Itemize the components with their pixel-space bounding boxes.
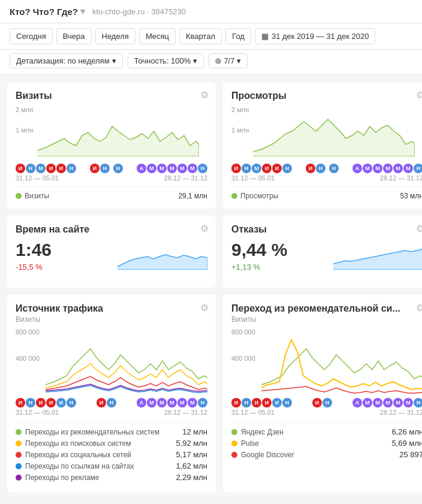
- filter-label: 7/7: [224, 56, 234, 65]
- ref-dot4[interactable]: И: [262, 398, 272, 408]
- pageviews-y-top: 2 млн: [231, 106, 249, 113]
- referral-title: Переход из рекомендательной си...: [231, 303, 422, 314]
- dot-m5[interactable]: М: [177, 164, 187, 173]
- ts-dot5[interactable]: И: [56, 398, 66, 408]
- pv-dot-m4[interactable]: М: [383, 164, 393, 173]
- ts-dot3[interactable]: И: [36, 398, 46, 408]
- ref-dot3[interactable]: И: [252, 398, 261, 408]
- tl-label-1: Переходы из поисковых систем: [25, 439, 131, 448]
- pv-dot-h3[interactable]: Н: [316, 164, 325, 173]
- period-yesterday[interactable]: Вчера: [56, 28, 92, 44]
- ts-dot4[interactable]: И: [46, 398, 56, 408]
- ts-dot13[interactable]: М: [177, 398, 187, 408]
- referral-legend-1: Pulse 5,69 млн: [231, 439, 422, 448]
- referral-legend-list: Яндекс Дзен 6,26 млн Pulse 5,69 млн Goog…: [231, 422, 422, 459]
- pv-dot-i2[interactable]: И: [262, 164, 272, 173]
- referral-gear-icon[interactable]: ⚙: [416, 302, 422, 313]
- tl-dot-4: [16, 475, 22, 481]
- dot-i1[interactable]: И: [16, 164, 25, 173]
- ref-dot12[interactable]: М: [383, 398, 393, 408]
- pv-dot-m3[interactable]: М: [373, 164, 382, 173]
- ref-dot9[interactable]: А: [352, 398, 362, 408]
- ref-dot6[interactable]: Н: [282, 398, 292, 408]
- pv-dot-m5[interactable]: М: [393, 164, 403, 173]
- ref-dot1[interactable]: И: [231, 398, 241, 408]
- ts-dot11[interactable]: М: [157, 398, 167, 408]
- pageviews-y-mid: 1 млн: [231, 126, 249, 134]
- ts-dot1[interactable]: И: [16, 398, 25, 408]
- ts-dot12[interactable]: М: [167, 398, 177, 408]
- ref-dot14[interactable]: М: [403, 398, 413, 408]
- visits-gear-icon[interactable]: ⚙: [200, 89, 209, 101]
- pv-dot-m2[interactable]: М: [363, 164, 372, 173]
- pv-dot-m1[interactable]: М: [252, 164, 261, 173]
- period-quarter[interactable]: Квартал: [179, 28, 222, 44]
- bounces-card: Отказы ⚙ 9,44 % +1,13 %: [223, 216, 422, 288]
- dot-h1[interactable]: Н: [26, 164, 35, 173]
- accuracy-select[interactable]: Точность: 100% ▾: [128, 53, 204, 68]
- dot-i4[interactable]: И: [90, 164, 100, 173]
- bounces-chart-svg: [333, 234, 422, 270]
- traffic-gear-icon[interactable]: ⚙: [200, 302, 209, 313]
- dot-h2[interactable]: Н: [67, 164, 76, 173]
- pageviews-legend-label: Просмотры: [240, 192, 278, 200]
- period-today[interactable]: Сегодня: [10, 28, 53, 44]
- filter-dot: [215, 58, 221, 64]
- pageviews-gear-icon[interactable]: ⚙: [416, 89, 422, 101]
- time-gear-icon[interactable]: ⚙: [200, 223, 209, 234]
- dot-m1[interactable]: М: [36, 164, 46, 173]
- dot-i2[interactable]: И: [46, 164, 56, 173]
- pv-dot-l1[interactable]: А: [352, 164, 362, 173]
- ts-dot10[interactable]: М: [147, 398, 156, 408]
- filter-select[interactable]: 7/7 ▾: [209, 53, 248, 68]
- period-year[interactable]: Год: [225, 28, 251, 44]
- referral-svg: [261, 331, 422, 394]
- dot-h4[interactable]: Н: [113, 164, 123, 173]
- pv-dot-h5[interactable]: Н: [414, 164, 422, 173]
- dot-m6[interactable]: М: [188, 164, 197, 173]
- visits-legend-item: Визиты: [16, 192, 49, 200]
- ref-dot2[interactable]: Н: [242, 398, 251, 408]
- detail-select[interactable]: Детализация: по неделям ▾: [10, 53, 123, 68]
- ts-dot7[interactable]: И: [97, 398, 106, 408]
- ts-dot6[interactable]: Н: [67, 398, 76, 408]
- pv-dot-i4[interactable]: И: [306, 164, 315, 173]
- ref-dot7[interactable]: И: [312, 398, 322, 408]
- dot-m4[interactable]: М: [167, 164, 177, 173]
- ts-dot9[interactable]: А: [137, 398, 146, 408]
- dot-h3[interactable]: Н: [100, 164, 110, 173]
- rl-dot-2: [231, 452, 237, 458]
- pv-dot-h4[interactable]: Н: [329, 164, 339, 173]
- ref-dot5[interactable]: И: [272, 398, 282, 408]
- pv-dot-m6[interactable]: М: [403, 164, 413, 173]
- site-title[interactable]: Кто? Что? Где? ▾: [10, 6, 85, 17]
- ts-dot8[interactable]: Н: [107, 398, 116, 408]
- traffic-legend-4: Переходы по рекламе 2,29 млн: [16, 473, 207, 482]
- dot-i3[interactable]: И: [56, 164, 66, 173]
- dot-h5[interactable]: Н: [198, 164, 207, 173]
- dot-m2[interactable]: М: [147, 164, 156, 173]
- ts-dot14[interactable]: М: [188, 398, 197, 408]
- ref-dot11[interactable]: М: [373, 398, 382, 408]
- ts-dot2[interactable]: Н: [26, 398, 35, 408]
- ref-dot13[interactable]: М: [393, 398, 403, 408]
- dot-m3[interactable]: М: [157, 164, 167, 173]
- visits-date-range: 31.12 — 05.01 28.12 — 31.12: [16, 174, 207, 182]
- ref-dot10[interactable]: М: [363, 398, 372, 408]
- tl-value-3: 1,62 млн: [176, 461, 207, 470]
- ref-dot15[interactable]: Н: [414, 398, 422, 408]
- bounces-gear-icon[interactable]: ⚙: [416, 223, 422, 234]
- period-week[interactable]: Неделя: [95, 28, 135, 44]
- rl-dot-0: [231, 429, 237, 435]
- ts-dot15[interactable]: Н: [198, 398, 207, 408]
- pv-dot-i1[interactable]: И: [231, 164, 241, 173]
- ref-dot8[interactable]: Н: [322, 398, 332, 408]
- pv-dot-h1[interactable]: Н: [242, 164, 251, 173]
- period-month[interactable]: Месяц: [139, 28, 176, 44]
- pv-dot-i3[interactable]: И: [272, 164, 282, 173]
- pv-dot-h2[interactable]: Н: [282, 164, 292, 173]
- dot-l1[interactable]: А: [137, 164, 146, 173]
- referral-legend-2: Google Discover 25 897: [231, 450, 422, 459]
- tl-dot-3: [16, 463, 22, 469]
- date-range-picker[interactable]: ▦ 31 дек 2019 — 31 дек 2020: [255, 28, 375, 44]
